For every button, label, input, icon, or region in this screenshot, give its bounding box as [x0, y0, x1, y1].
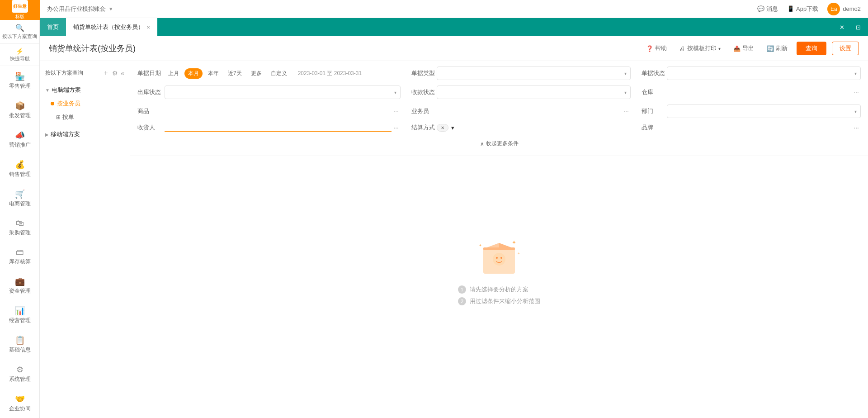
user-profile[interactable]: Ea demo2 [827, 3, 861, 15]
brand-dots-button[interactable]: ··· [852, 124, 861, 131]
date-tab-7days[interactable]: 近7天 [224, 68, 245, 79]
svg-text:✦: ✦ [512, 239, 516, 246]
logo-icon: 好生意 [12, 0, 28, 13]
sidebar-item-retail[interactable]: 🏪 零售管理 [0, 66, 39, 95]
help-button[interactable]: ❓ 帮助 [642, 43, 670, 54]
tab-sales-stat[interactable]: 销货单统计表（按业务员） ✕ [66, 18, 157, 36]
refresh-button[interactable]: 🔄 刷新 [763, 43, 791, 54]
payment-status-label: 收款状态 [411, 88, 437, 96]
warehouse-label: 仓库 [642, 88, 667, 96]
tab-close-icon[interactable]: ✕ [146, 25, 150, 30]
settlement-area: ✕ ▾ [437, 124, 631, 132]
date-tabs: 上月 本月 本年 近7天 更多 自定义 [165, 68, 291, 79]
date-tab-custom[interactable]: 自定义 [267, 68, 291, 79]
print-label: 按模板打印 [687, 44, 717, 52]
refresh-icon: 🔄 [767, 45, 774, 52]
sidebar-item-operations[interactable]: 📊 经营管理 [0, 300, 39, 330]
sidebar-finance-label: 资金管理 [9, 287, 31, 295]
pc-group-label: 电脑端方案 [52, 86, 81, 94]
scheme-item-by-order[interactable]: ⊞ 按单 [40, 110, 130, 124]
salesman-area: ··· [437, 108, 631, 115]
out-status-select[interactable]: ▾ [165, 86, 401, 99]
receiver-input[interactable] [165, 124, 392, 130]
scheme-group-pc-header[interactable]: ▼ 电脑端方案 [40, 83, 130, 97]
sidebar-item-wholesale[interactable]: 📦 批发管理 [0, 95, 39, 125]
ecommerce-icon: 🛒 [15, 189, 25, 199]
sidebar-basic-label: 基础信息 [9, 346, 31, 354]
warehouse-dots-button[interactable]: ··· [852, 89, 861, 96]
sidebar-operations-label: 经营管理 [9, 317, 31, 324]
sidebar-item-purchase[interactable]: 🛍 采购管理 [0, 213, 39, 242]
sidebar-item-search[interactable]: 🔍 按以下方案查询 [0, 20, 39, 44]
query-button[interactable]: 查询 [797, 42, 826, 55]
sidebar-item-inventory[interactable]: 🗃 库存核算 [0, 242, 39, 271]
sidebar-item-ecommerce[interactable]: 🛒 电商管理 [0, 184, 39, 213]
app-download-button[interactable]: 📱 App下载 [787, 5, 818, 13]
status-label: 单据状态 [642, 69, 667, 77]
avatar-text: Ea [830, 6, 837, 12]
system-icon: ⚙ [16, 365, 24, 375]
filter-settlement: 结算方式 ✕ ▾ [411, 124, 631, 132]
add-scheme-icon[interactable]: ＋ [102, 68, 109, 78]
left-panel-icons: ＋ ⚙ « [102, 68, 124, 78]
sidebar-item-enterprise[interactable]: 🤝 企业协同 [0, 389, 39, 418]
receiver-label: 收货人 [137, 124, 165, 132]
message-button[interactable]: 💬 消息 [757, 5, 778, 13]
date-tab-this-month[interactable]: 本月 [184, 68, 203, 79]
date-tab-this-year[interactable]: 本年 [204, 68, 222, 79]
sidebar-item-sales[interactable]: 💰 销售管理 [0, 154, 39, 184]
filter-row-4: 收货人 ··· 结算方式 ✕ [137, 124, 861, 132]
product-label: 商品 [137, 107, 165, 115]
salesman-dots-button[interactable]: ··· [622, 108, 631, 115]
salesman-label: 业务员 [411, 107, 437, 115]
sidebar-inventory-label: 库存核算 [9, 258, 31, 266]
operations-icon: 📊 [15, 306, 25, 316]
tab-bar: 首页 销货单统计表（按业务员） ✕ ✕ ⊡ [40, 18, 868, 36]
sidebar-item-marketing[interactable]: 📣 营销推广 [0, 125, 39, 154]
tab-restore-button[interactable]: ⊡ [852, 21, 864, 33]
type-select[interactable]: ▾ [437, 66, 631, 80]
user-name: demo2 [843, 5, 861, 12]
date-tab-more[interactable]: 更多 [247, 68, 265, 79]
collapse-panel-icon[interactable]: « [121, 70, 124, 77]
export-button[interactable]: 📤 导出 [730, 43, 758, 54]
order-scheme-icon: ⊞ [56, 114, 61, 120]
dropdown-icon[interactable]: ▾ [109, 5, 113, 12]
tab-minimize-button[interactable]: ✕ [835, 21, 848, 33]
receiver-dots-button[interactable]: ··· [392, 124, 401, 131]
print-button[interactable]: 🖨 按模板打印 ▾ [676, 43, 724, 54]
department-select[interactable]: ▾ [667, 104, 861, 118]
out-status-arrow: ▾ [394, 90, 396, 95]
scheme-group-mobile-header[interactable]: ▶ 移动端方案 [40, 128, 130, 141]
download-icon: 📱 [787, 5, 794, 12]
sidebar-item-finance[interactable]: 💼 资金管理 [0, 271, 39, 300]
collapse-filters-button[interactable]: ∧ 收起更多条件 [137, 137, 861, 150]
warehouse-area: ··· [667, 89, 861, 96]
payment-status-select[interactable]: ▾ [437, 86, 631, 99]
export-label: 导出 [742, 44, 754, 52]
retail-icon: 🏪 [15, 71, 25, 81]
sidebar-item-basic[interactable]: 📋 基础信息 [0, 330, 39, 359]
page-title: 销货单统计表(按业务员) [49, 43, 136, 54]
status-select[interactable]: ▾ [667, 66, 861, 80]
filter-department: 部门 ▾ [642, 104, 861, 118]
logo-text: 标版 [15, 14, 24, 20]
sidebar-item-system[interactable]: ⚙ 系统管理 [0, 359, 39, 389]
help-icon: ❓ [646, 45, 653, 52]
date-tab-last-month[interactable]: 上月 [165, 68, 183, 79]
tab-bar-actions: ✕ ⊡ [835, 21, 868, 33]
tab-home[interactable]: 首页 [40, 18, 66, 36]
settlement-tag: ✕ [437, 124, 448, 132]
sidebar-marketing-label: 营销推广 [9, 141, 31, 149]
sidebar-item-quicknav[interactable]: ⚡ 快捷导航 [0, 44, 39, 66]
product-dots-button[interactable]: ··· [392, 108, 401, 115]
settings-button[interactable]: 设置 [832, 42, 859, 55]
sidebar-sales-label: 销售管理 [9, 171, 31, 178]
filter-row-1: 单据日期 上月 本月 本年 近7天 更多 自定义 20 [137, 66, 861, 80]
scheme-item-salesman[interactable]: 按业务员 [40, 97, 130, 110]
sidebar-system-label: 系统管理 [9, 375, 31, 383]
sidebar-logo[interactable]: 好生意 标版 [0, 0, 40, 20]
sales-icon: 💰 [15, 160, 25, 170]
inventory-icon: 🗃 [16, 247, 24, 257]
settings-scheme-icon[interactable]: ⚙ [112, 70, 118, 77]
